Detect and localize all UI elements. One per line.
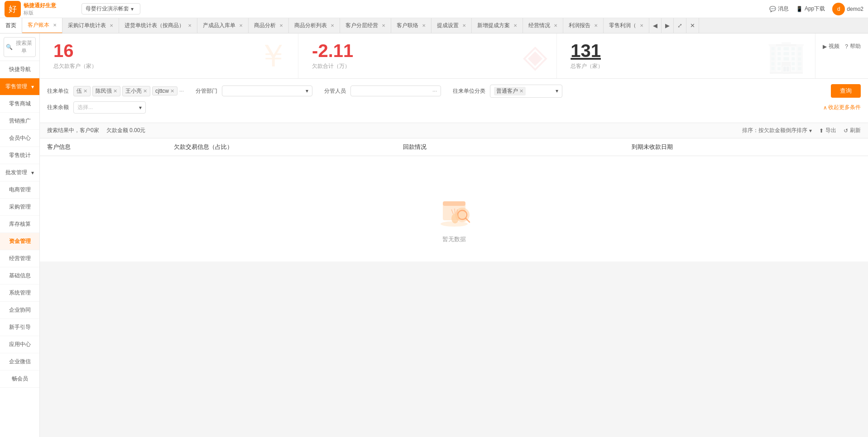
refresh-btn[interactable]: ↺ 刷新 xyxy=(844,127,861,134)
app-download-label: App下载 xyxy=(805,5,825,13)
user-area[interactable]: d demo2 xyxy=(832,3,863,15)
tab-new-raise-plan-close[interactable]: ✕ xyxy=(513,23,517,28)
tab-home[interactable]: 首页 xyxy=(0,18,22,33)
message-btn[interactable]: 💬 消息 xyxy=(769,5,789,13)
sidebar-item-finance-mgmt[interactable]: 资金管理 xyxy=(0,233,39,250)
tab-stock-in-stats[interactable]: 进货单统计表（按商品） ✕ xyxy=(119,18,197,33)
person-filter-input[interactable]: ··· xyxy=(350,86,441,96)
export-btn[interactable]: ⬆ 导出 xyxy=(819,127,836,134)
tab-customer-book[interactable]: 客户账本 ✕ xyxy=(22,18,62,33)
normal-customer-remove[interactable]: ✕ xyxy=(519,88,523,94)
export-icon: ⬆ xyxy=(819,128,824,134)
video-icon: ▶ xyxy=(823,43,827,50)
sidebar-item-batch-mgmt[interactable]: 批发管理 ▾ xyxy=(0,164,39,181)
app-download-btn[interactable]: 📱 App下载 xyxy=(796,5,825,13)
tab-purchase-order-stats[interactable]: 采购订单统计表 ✕ xyxy=(62,18,119,33)
balance-filter-input[interactable]: 选择... ▾ xyxy=(73,101,146,114)
new-user-guide-label: 新手引导 xyxy=(9,324,31,330)
tab-profit-report-close[interactable]: ✕ xyxy=(594,23,598,28)
purchase-mgmt-label: 采购管理 xyxy=(9,204,31,210)
app-name: 畅捷通好生意 xyxy=(24,2,56,10)
search-menu-btn[interactable]: 🔍 搜索菜单 xyxy=(4,37,36,57)
filter-tags-more[interactable]: ··· xyxy=(179,88,184,94)
tab-profit-report[interactable]: 利润报告 ✕ xyxy=(563,18,604,33)
tab-product-analysis[interactable]: 商品分析 ✕ xyxy=(249,18,289,33)
stat-customers-bg-icon: ￥ xyxy=(257,35,289,77)
export-label: 导出 xyxy=(825,127,836,134)
tab-scroll-right[interactable]: ▶ xyxy=(662,18,674,33)
tab-maximize[interactable]: ⤢ xyxy=(674,18,686,33)
stat-card-debt: ◈ -2.11 欠款合计（万） xyxy=(298,33,557,78)
video-btn[interactable]: ▶ 视频 xyxy=(823,43,839,50)
tab-business-status[interactable]: 经营情况 ✕ xyxy=(523,18,563,33)
tab-product-list-label: 商品分析列表 xyxy=(294,22,327,29)
tab-product-in-close[interactable]: ✕ xyxy=(239,23,243,28)
retail-mall-label: 零售商城 xyxy=(9,100,31,107)
tab-customer-tier-close[interactable]: ✕ xyxy=(382,23,385,28)
sort-chevron-icon[interactable]: ▾ xyxy=(809,128,812,134)
tab-raise-settings-close[interactable]: ✕ xyxy=(462,23,466,28)
filter-tag-chen-remove[interactable]: ✕ xyxy=(113,88,117,94)
sidebar-item-purchase-mgmt[interactable]: 采购管理 xyxy=(0,199,39,216)
unit-filter-label: 往来单位 xyxy=(47,87,69,95)
tab-product-analysis-list[interactable]: 商品分析列表 ✕ xyxy=(289,18,340,33)
result-bar-right: 排序：按欠款金额倒序排序 ▾ ⬆ 导出 ↺ 刷新 xyxy=(742,127,861,134)
filter-tag-cjttcw-remove[interactable]: ✕ xyxy=(170,88,174,94)
tab-close-all[interactable]: ✕ xyxy=(686,18,699,33)
sidebar-item-quick-nav[interactable]: 快捷导航 xyxy=(0,61,39,78)
tab-customer-book-close[interactable]: ✕ xyxy=(53,23,57,28)
help-btn[interactable]: ? 帮助 xyxy=(845,43,861,50)
tab-business-status-close[interactable]: ✕ xyxy=(554,23,557,28)
tab-purchase-label: 采购订单统计表 xyxy=(68,22,106,29)
sidebar-item-marketing[interactable]: 营销推广 xyxy=(0,113,39,130)
sort-text: 排序：按欠款金额倒序排序 xyxy=(742,127,807,134)
person-filter-label: 分管人员 xyxy=(324,87,346,95)
tab-raise-settings[interactable]: 提成设置 ✕ xyxy=(432,18,472,33)
help-icon: ? xyxy=(845,43,848,50)
sidebar-item-retail-mall[interactable]: 零售商城 xyxy=(0,95,39,113)
tab-customer-contact-close[interactable]: ✕ xyxy=(422,23,426,28)
sidebar-item-enterprise-collab[interactable]: 企业协同 xyxy=(0,302,39,319)
tab-customer-book-label: 客户账本 xyxy=(28,21,49,29)
tab-customer-tier[interactable]: 客户分层经营 ✕ xyxy=(340,18,391,33)
person-more-icon[interactable]: ··· xyxy=(432,88,437,94)
tab-retail-profit[interactable]: 零售利润（ ✕ xyxy=(604,18,649,33)
filter-tag-wang: 王小亮 ✕ xyxy=(122,86,150,96)
sidebar-item-system-mgmt[interactable]: 系统管理 xyxy=(0,285,39,302)
tab-new-raise-plan[interactable]: 新增提成方案 ✕ xyxy=(472,18,523,33)
query-btn[interactable]: 查询 xyxy=(831,84,861,98)
filter-tag-wu: 伍 ✕ xyxy=(73,86,91,96)
filter-tag-wu-remove[interactable]: ✕ xyxy=(83,88,87,94)
filter-tag-wang-remove[interactable]: ✕ xyxy=(143,88,147,94)
help-label: 帮助 xyxy=(850,43,861,50)
sidebar-item-inventory[interactable]: 库存核算 xyxy=(0,216,39,233)
sidebar-item-retail-mgmt[interactable]: 零售管理 ▾ xyxy=(0,78,39,95)
sidebar-item-basic-info[interactable]: 基础信息 xyxy=(0,267,39,285)
tab-product-analysis-close[interactable]: ✕ xyxy=(279,23,283,28)
sidebar-item-enterprise-wechat[interactable]: 企业微信 xyxy=(0,353,39,370)
tab-product-list-close[interactable]: ✕ xyxy=(331,23,334,28)
unit-class-filter-select[interactable]: 普通客户 ✕ ▾ xyxy=(490,85,562,98)
tab-customer-contact[interactable]: 客户联络 ✕ xyxy=(391,18,432,33)
sidebar-item-app-center[interactable]: 应用中心 xyxy=(0,336,39,353)
normal-customer-text: 普通客户 xyxy=(496,87,518,95)
collapse-btn-area: ∧ 收起更多条件 xyxy=(823,104,861,111)
ecommerce-label: 电商管理 xyxy=(9,186,31,193)
search-result-text: 搜索结果中，客户0家 xyxy=(47,127,99,134)
sidebar-item-retail-stats[interactable]: 零售统计 xyxy=(0,147,39,164)
tab-stock-close[interactable]: ✕ xyxy=(188,23,192,28)
sidebar-item-pro-member[interactable]: 畅会员 xyxy=(0,370,39,388)
sidebar-item-new-user-guide[interactable]: 新手引导 xyxy=(0,319,39,336)
retail-mgmt-expand-icon: ▾ xyxy=(31,84,34,90)
stat-customers-label: 总欠款客户（家） xyxy=(53,62,284,70)
sidebar-item-operations-mgmt[interactable]: 经营管理 xyxy=(0,250,39,267)
sidebar-item-ecommerce[interactable]: 电商管理 xyxy=(0,181,39,199)
tab-scroll-left[interactable]: ◀ xyxy=(649,18,662,33)
collapse-btn[interactable]: ∧ 收起更多条件 xyxy=(823,104,861,111)
tab-purchase-close[interactable]: ✕ xyxy=(110,23,113,28)
dept-filter-select[interactable]: ▾ xyxy=(222,86,312,96)
sidebar-item-member-center[interactable]: 会员中心 xyxy=(0,130,39,147)
tab-product-in[interactable]: 产成品入库单 ✕ xyxy=(197,18,249,33)
workspace-selector[interactable]: 母婴行业演示帐套 ▾ xyxy=(82,3,140,14)
tab-retail-profit-close[interactable]: ✕ xyxy=(640,23,643,28)
